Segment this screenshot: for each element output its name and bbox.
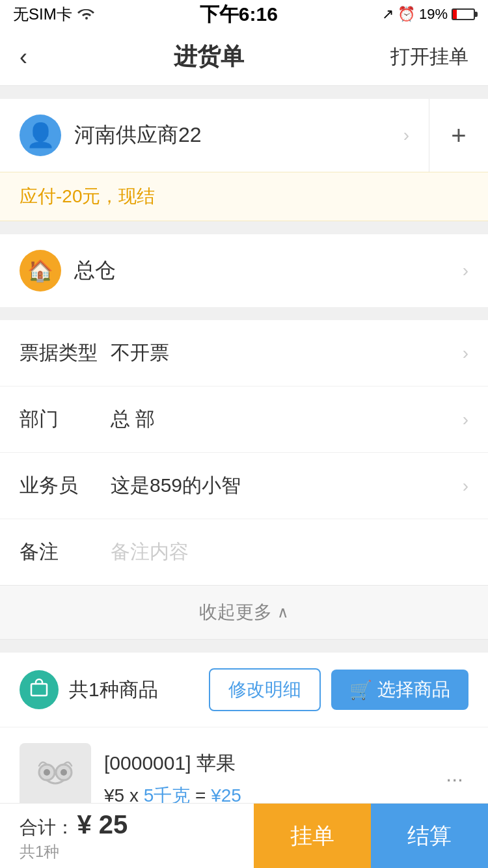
total-sub: 共1种 xyxy=(20,841,234,862)
status-icons: ↗ ⏰ 19% xyxy=(382,6,475,23)
invoice-type-row[interactable]: 票据类型 不开票 › xyxy=(0,320,488,387)
warehouse-selector[interactable]: 🏠 总仓 › xyxy=(0,234,488,307)
bottom-bar: 合计： ¥ 25 共1种 挂单 结算 xyxy=(0,803,488,868)
gap-2 xyxy=(0,221,488,234)
location-icon: ↗ xyxy=(382,6,394,23)
product-name: [0000001] 苹果 xyxy=(104,750,427,777)
products-icon-wrap xyxy=(20,670,59,709)
unit-price: ¥5 xyxy=(104,785,124,806)
warehouse-icon-wrap: 🏠 xyxy=(20,250,61,292)
chevron-right-icon: › xyxy=(463,409,468,430)
open-hang-button[interactable]: 打开挂单 xyxy=(390,44,468,70)
chevron-right-icon: › xyxy=(403,125,409,146)
back-button[interactable]: ‹ xyxy=(20,44,27,71)
chevron-right-icon: › xyxy=(463,260,468,281)
total-amount: ¥ 25 xyxy=(77,810,128,839)
product-code: [0000001] xyxy=(104,752,191,774)
salesperson-row[interactable]: 业务员 这是859的小智 › xyxy=(0,453,488,519)
collapse-button[interactable]: 收起更多 ∧ xyxy=(0,585,488,640)
info-banner: 应付-20元，现结 xyxy=(0,172,488,221)
department-row[interactable]: 部门 总 部 › xyxy=(0,387,488,453)
products-count-text: 共1种商品 xyxy=(69,677,209,703)
subtotal: ¥25 xyxy=(211,785,241,806)
supplier-avatar: 👤 xyxy=(20,115,61,156)
total-section: 合计： ¥ 25 共1种 xyxy=(0,804,254,868)
carrier-text: 无SIM卡 xyxy=(13,4,72,25)
collapse-text: 收起更多 xyxy=(199,600,272,625)
form-section: 票据类型 不开票 › 部门 总 部 › 业务员 这是859的小智 › 备注 备注… xyxy=(0,320,488,585)
edit-detail-button[interactable]: 修改明细 xyxy=(209,668,321,711)
more-options-button[interactable]: ··· xyxy=(441,762,468,796)
multiply-sign: x xyxy=(129,785,144,806)
product-thumb-icon xyxy=(33,753,78,805)
svg-rect-0 xyxy=(31,684,47,696)
checkout-button[interactable]: 结算 xyxy=(371,804,488,868)
svg-point-3 xyxy=(44,769,50,776)
select-label: 选择商品 xyxy=(377,677,450,702)
status-time: 下午6:16 xyxy=(200,1,278,28)
gap-3 xyxy=(0,307,488,320)
department-value: 总 部 xyxy=(111,406,463,433)
status-carrier: 无SIM卡 xyxy=(13,4,96,25)
supplier-section: 👤 河南供应商22 › + xyxy=(0,99,488,172)
status-bar: 无SIM卡 下午6:16 ↗ ⏰ 19% xyxy=(0,0,488,29)
total-label: 合计： xyxy=(20,817,74,837)
battery-icon xyxy=(452,8,475,20)
salesperson-label: 业务员 xyxy=(20,472,111,499)
hang-button[interactable]: 挂单 xyxy=(254,804,371,868)
invoice-type-value: 不开票 xyxy=(111,340,463,366)
product-title: 苹果 xyxy=(197,752,236,774)
gap-4 xyxy=(0,640,488,653)
department-label: 部门 xyxy=(20,406,111,433)
page-title: 进货单 xyxy=(174,41,244,73)
alarm-icon: ⏰ xyxy=(398,6,415,23)
person-icon: 👤 xyxy=(26,122,55,149)
battery-text: 19% xyxy=(419,6,448,23)
products-header: 共1种商品 修改明细 🛒 选择商品 xyxy=(0,653,488,727)
chevron-right-icon: › xyxy=(463,476,468,496)
supplier-name: 河南供应商22 xyxy=(74,121,403,150)
chevron-up-icon: ∧ xyxy=(277,603,289,621)
chevron-right-icon: › xyxy=(463,343,468,364)
warehouse-name: 总仓 xyxy=(74,256,463,285)
salesperson-value: 这是859的小智 xyxy=(111,472,463,499)
quantity: 5千克 xyxy=(144,785,191,806)
product-details: [0000001] 苹果 ¥5 x 5千克 = ¥25 xyxy=(104,750,427,808)
shopping-bag-icon xyxy=(29,677,49,703)
gap-1 xyxy=(0,86,488,99)
remark-row[interactable]: 备注 备注内容 xyxy=(0,519,488,585)
warehouse-icon: 🏠 xyxy=(27,258,53,283)
svg-point-4 xyxy=(61,769,67,776)
remark-label: 备注 xyxy=(20,539,111,565)
select-product-button[interactable]: 🛒 选择商品 xyxy=(331,670,468,710)
wifi-icon xyxy=(77,5,96,23)
supplier-selector[interactable]: 👤 河南供应商22 › xyxy=(0,99,429,172)
total-row: 合计： ¥ 25 xyxy=(20,810,234,840)
equals-sign: = xyxy=(195,785,211,806)
remark-placeholder: 备注内容 xyxy=(111,539,468,565)
add-supplier-button[interactable]: + xyxy=(429,99,488,172)
nav-bar: ‹ 进货单 打开挂单 xyxy=(0,29,488,86)
cart-icon: 🛒 xyxy=(349,679,372,701)
invoice-type-label: 票据类型 xyxy=(20,340,111,366)
